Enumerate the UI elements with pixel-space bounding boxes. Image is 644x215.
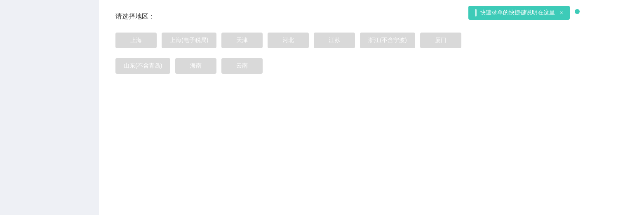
region-btn-hebei[interactable]: 河北 [268,33,309,48]
region-btn-yunnan[interactable]: 云南 [221,58,263,74]
main-content: 请选择地区： 上海 上海(电子税局) 天津 河北 江苏 浙江(不含宁波) 厦门 … [99,0,644,215]
region-btn-shandong[interactable]: 山东(不含青岛) [115,58,170,74]
region-btn-hainan[interactable]: 海南 [175,58,216,74]
region-btn-shanghai[interactable]: 上海 [115,33,157,48]
tooltip-banner: 快速录单的快捷键说明在这里 × [468,6,570,20]
region-btn-tianjin[interactable]: 天津 [221,33,263,48]
tooltip-bar [475,9,477,16]
region-btn-xiamen[interactable]: 厦门 [420,33,461,48]
tooltip-dot [575,9,580,14]
region-btn-jiangsu[interactable]: 江苏 [314,33,355,48]
tooltip-close-icon[interactable]: × [560,9,563,16]
region-btn-shanghai-etax[interactable]: 上海(电子税局) [162,33,216,48]
sidebar [0,0,99,215]
region-buttons: 上海 上海(电子税局) 天津 河北 江苏 浙江(不含宁波) 厦门 山东(不含青岛… [115,33,628,74]
region-btn-zhejiang[interactable]: 浙江(不含宁波) [360,33,415,48]
tooltip-text: 快速录单的快捷键说明在这里 [480,9,555,16]
